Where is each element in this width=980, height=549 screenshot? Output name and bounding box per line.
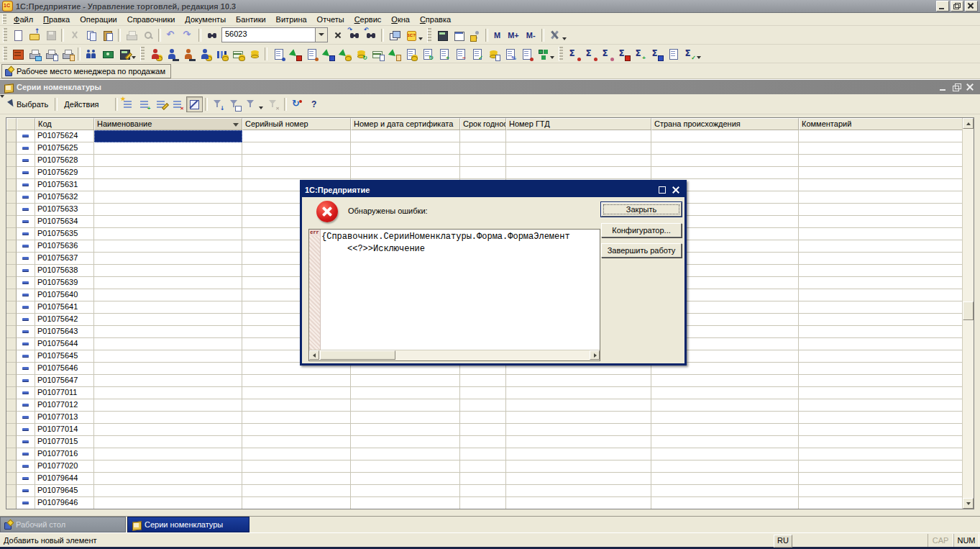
delete-item-icon[interactable]	[170, 96, 186, 112]
about-1c-icon[interactable]	[403, 27, 419, 43]
data-cell[interactable]	[651, 473, 799, 485]
data-cell[interactable]	[94, 253, 242, 265]
table-row[interactable]: P01079644	[6, 473, 963, 485]
column-header-1[interactable]: Код	[35, 118, 94, 130]
data-cell[interactable]	[242, 497, 351, 509]
calendar-icon[interactable]	[450, 27, 467, 43]
configurator-button[interactable]: Конфигуратор...	[601, 223, 682, 237]
row-selector[interactable]	[6, 167, 17, 179]
data-cell[interactable]	[351, 387, 460, 399]
code-cell[interactable]: P01075634	[35, 216, 94, 228]
data-cell[interactable]	[506, 142, 651, 155]
print-document-icon[interactable]	[42, 46, 59, 62]
data-cell[interactable]	[351, 412, 460, 424]
data-cell[interactable]	[460, 387, 506, 399]
code-cell[interactable]: P01077020	[35, 460, 94, 473]
dropdown-caret-icon[interactable]	[550, 55, 555, 60]
menu-item-1[interactable]: Файл	[9, 14, 38, 25]
code-cell[interactable]: P01075646	[35, 363, 94, 375]
data-cell[interactable]	[651, 497, 799, 509]
data-cell[interactable]	[651, 436, 799, 448]
manager-blue-icon[interactable]	[163, 46, 180, 62]
table-row[interactable]: P01077016	[6, 448, 963, 460]
data-cell[interactable]	[94, 289, 242, 301]
code-cell[interactable]: P01075628	[35, 155, 94, 167]
data-cell[interactable]	[351, 460, 460, 473]
language-indicator[interactable]: RU	[774, 535, 792, 548]
report-lines-icon[interactable]	[664, 46, 681, 62]
error-text-area[interactable]: err {Справочник.СерииНоменклатуры.Форма.…	[308, 229, 600, 361]
data-cell[interactable]	[460, 155, 506, 167]
receipt-blue-cube-icon[interactable]	[319, 46, 336, 62]
data-cell[interactable]	[460, 399, 506, 412]
data-cell[interactable]	[94, 375, 242, 387]
data-cell[interactable]	[94, 228, 242, 240]
data-cell[interactable]	[799, 338, 963, 350]
data-cell[interactable]	[351, 485, 460, 497]
data-cell[interactable]	[94, 265, 242, 277]
code-cell[interactable]: P01075637	[35, 253, 94, 265]
data-cell[interactable]	[799, 326, 963, 338]
menu-item-7[interactable]: Витрина	[271, 14, 312, 25]
code-cell[interactable]: P01075629	[35, 167, 94, 179]
toolbar-grip[interactable]	[3, 47, 7, 61]
code-cell[interactable]: P01075642	[35, 314, 94, 326]
report-person-pink-icon[interactable]	[598, 46, 615, 62]
combobox-dropdown-icon[interactable]	[315, 28, 327, 42]
code-cell[interactable]: P01077012	[35, 399, 94, 412]
data-cell[interactable]	[506, 399, 651, 412]
data-cell[interactable]	[799, 228, 963, 240]
data-cell[interactable]	[242, 424, 351, 436]
row-selector[interactable]	[6, 387, 17, 399]
data-cell[interactable]	[351, 424, 460, 436]
data-cell[interactable]	[94, 191, 242, 204]
row-selector[interactable]	[6, 216, 17, 228]
find-combobox-value[interactable]: 56023	[222, 28, 315, 42]
data-cell[interactable]	[506, 155, 651, 167]
code-cell[interactable]: P01075631	[35, 179, 94, 191]
data-cell[interactable]	[651, 375, 799, 387]
data-cell[interactable]	[94, 497, 242, 509]
data-cell[interactable]	[799, 497, 963, 509]
table-row[interactable]: P01077015	[6, 436, 963, 448]
menu-item-10[interactable]: Окна	[386, 14, 415, 25]
row-selector[interactable]	[6, 277, 17, 289]
row-selector[interactable]	[6, 326, 17, 338]
actions-button[interactable]: Действия	[60, 97, 112, 112]
add-group-icon[interactable]	[137, 96, 153, 112]
row-selector[interactable]	[6, 363, 17, 375]
data-cell[interactable]	[351, 155, 460, 167]
code-cell[interactable]: P01075633	[35, 204, 94, 216]
column-header-2[interactable]: Наименование	[94, 118, 242, 130]
code-cell[interactable]: P01075632	[35, 191, 94, 204]
table-row[interactable]: P01077011	[6, 387, 963, 399]
code-cell[interactable]: P01075638	[35, 265, 94, 277]
receipt-coins-icon[interactable]	[336, 46, 352, 62]
memory-recall-button[interactable]: M	[490, 27, 504, 43]
data-cell[interactable]	[460, 448, 506, 460]
column-header-8[interactable]: Комментарий	[799, 118, 963, 130]
menu-item-8[interactable]: Отчеты	[312, 14, 349, 25]
sales-workspace-button[interactable]: Рабочее место менеджера по продажам	[1, 64, 171, 78]
edit-item-icon[interactable]	[153, 96, 170, 112]
data-cell[interactable]	[94, 301, 242, 314]
refresh-icon[interactable]	[289, 96, 306, 112]
find-combobox[interactable]: 56023	[221, 27, 328, 42]
data-cell[interactable]	[506, 485, 651, 497]
receipt-red-cube-icon[interactable]	[286, 46, 303, 62]
row-selector[interactable]	[6, 240, 17, 253]
code-cell[interactable]: P01075643	[35, 326, 94, 338]
data-cell[interactable]	[242, 142, 351, 155]
code-cell[interactable]: P01079644	[35, 473, 94, 485]
doc-percent-icon[interactable]	[501, 46, 518, 62]
data-cell[interactable]	[651, 167, 799, 179]
toolbar-grip[interactable]	[3, 28, 7, 42]
data-cell[interactable]	[351, 473, 460, 485]
toolbar-grip[interactable]	[427, 28, 431, 42]
menu-item-9[interactable]: Сервис	[349, 14, 387, 25]
data-cell[interactable]	[460, 497, 506, 509]
data-cell[interactable]	[799, 301, 963, 314]
data-cell[interactable]	[94, 436, 242, 448]
data-cell[interactable]	[506, 460, 651, 473]
data-cell[interactable]	[506, 412, 651, 424]
